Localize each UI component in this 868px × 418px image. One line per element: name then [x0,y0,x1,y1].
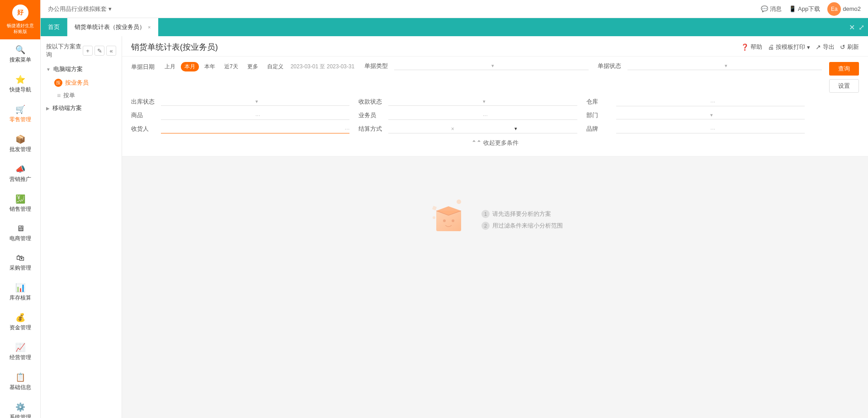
sidebar-item-ecom[interactable]: 🖥 电商管理 [0,218,41,248]
out-status-select[interactable]: ▾ [161,98,349,106]
doc-type-arrow: ▾ [491,63,588,69]
message-button[interactable]: 💬 消息 [761,5,782,13]
tip-1-text: 请先选择要分析的方案 [492,210,551,218]
collapse-panel-button[interactable]: « [106,46,116,56]
svg-point-8 [452,219,454,222]
date-btn-7days[interactable]: 近7天 [221,62,242,71]
svg-rect-6 [432,206,437,210]
salesman-input[interactable]: ··· [388,111,577,120]
home-label: 首页 [48,23,60,31]
date-btn-custom[interactable]: 自定义 [264,62,287,71]
bag-icon: 🛍 [2,253,38,263]
date-filter-buttons: 上月 本月 本年 近7天 更多 自定义 2023-03-01 至 2023-03… [161,62,355,71]
empty-tips: 1 请先选择要分析的方案 2 用过滤条件来缩小分析范围 [481,210,563,230]
refresh-button[interactable]: ↺ 刷新 [840,43,859,51]
app-download-button[interactable]: 📱 App下载 [789,5,820,13]
tree-group-desktop-header[interactable]: ▼ 电脑端方案 [41,62,122,76]
tree-group-mobile: ▶ 移动端方案 [41,101,122,115]
sidebar-item-sales[interactable]: 💹 销售管理 [0,189,41,218]
app-selector-button[interactable]: 办公用品行业模拟账套 ▾ [48,5,112,13]
sidebar-item-basic[interactable]: 📋 基础信息 [0,367,41,397]
payment-method-label: 结算方式 [359,125,386,133]
sidebar-item-system[interactable]: ⚙️ 系统管理 [0,397,41,418]
payment-status-label: 收款状态 [359,98,386,106]
tree-group-desktop: ▼ 电脑端方案 按 按业务员 ≡ 按单 [41,62,122,101]
sidebar-item-purchase[interactable]: 🛍 采购管理 [0,248,41,277]
avatar: Ea [827,2,841,16]
lp-actions: + ✎ « [83,46,116,56]
tree-group-mobile-label: 移动端方案 [52,104,82,112]
product-label: 商品 [131,111,158,119]
main-area: 办公用品行业模拟账套 ▾ 💬 消息 📱 App下载 Ea demo2 首页 [41,0,868,418]
window-close-icon[interactable]: ✕ [849,23,855,32]
query-button[interactable]: 查询 [829,62,859,76]
doc-type-select[interactable]: ▾ [394,62,589,70]
tree-child-by-salesman[interactable]: 按 按业务员 [41,76,122,90]
product-input[interactable]: ··· [161,111,349,120]
logo-icon: 好 [12,5,28,21]
brand-dots-icon[interactable]: ··· [710,125,804,132]
date-field-label: 单据日期 [131,63,158,71]
date-btn-this-month[interactable]: 本月 [181,62,199,71]
sidebar-item-operation[interactable]: 📈 经营管理 [0,337,41,367]
svg-point-7 [443,219,446,222]
sidebar-item-marketing[interactable]: 📣 营销推广 [0,159,41,189]
left-panel: 按以下方案查询 + ✎ « ▼ 电脑端方案 按 按业务员 [41,36,122,418]
star-icon: ⭐ [2,75,38,85]
tab-home[interactable]: 首页 [41,18,67,36]
payment-method-select[interactable]: × ▾ [388,125,577,133]
export-button[interactable]: ↗ 导出 [816,43,835,51]
doc-type-label: 单据类型 [364,62,392,70]
export-icon: ↗ [816,43,821,51]
payment-status-field: 收款状态 ▾ [349,98,577,106]
page-header: 销货单统计表(按业务员) ❓ 帮助 🖨 按模板打印 ▾ ↗ 导出 [122,36,868,57]
sidebar-item-finance[interactable]: 💰 资金管理 [0,307,41,337]
dept-label: 部门 [586,111,613,119]
app-name-label: 办公用品行业模拟账套 [48,5,107,13]
brand-label: 品牌 [586,125,613,133]
doc-status-select[interactable]: ▾ [627,62,822,70]
sidebar-app-name: 畅捷通好生意 [7,23,34,28]
sidebar-item-retail[interactable]: 🛒 零售管理 [0,99,41,129]
tree-group-mobile-header[interactable]: ▶ 移动端方案 [41,101,122,115]
payment-method-arrow: ▾ [514,126,576,132]
edit-scheme-button[interactable]: ✎ [94,46,104,56]
dept-arrow: ▾ [710,112,804,118]
salesman-dots-icon[interactable]: ··· [483,112,576,119]
date-btn-this-year[interactable]: 本年 [201,62,219,71]
empty-body: 1 请先选择要分析的方案 2 用过滤条件来缩小分析范围 [427,193,563,247]
warehouse-dots-icon[interactable]: ··· [710,98,804,105]
date-btn-more[interactable]: 更多 [244,62,262,71]
collapse-more-button[interactable]: ⌃⌃ 收起更多条件 [131,135,859,151]
print-button[interactable]: 🖨 按模板打印 ▾ [768,43,810,51]
sidebar-item-wholesale[interactable]: 📦 批发管理 [0,129,41,159]
receiver-input[interactable] [161,124,344,133]
tab-active[interactable]: 销货单统计表（按业务员） × [67,18,158,36]
payment-status-select[interactable]: ▾ [388,98,577,106]
dept-field: 部门 ▾ [577,111,805,119]
add-scheme-button[interactable]: + [83,46,93,56]
sidebar-item-quick[interactable]: ⭐ 快捷导航 [0,69,41,99]
dept-select[interactable]: ▾ [616,111,805,119]
user-profile-button[interactable]: Ea demo2 [827,2,861,16]
receiver-input-wrap[interactable]: ··· [161,124,349,133]
warehouse-input[interactable]: ··· [616,97,805,106]
date-btn-last-month[interactable]: 上月 [161,62,179,71]
product-dots-icon[interactable]: ··· [255,112,349,119]
window-restore-icon[interactable]: ⤢ [859,23,864,32]
payment-method-field: 结算方式 × ▾ [349,125,577,133]
tab-close-icon[interactable]: × [148,24,151,30]
chart-icon: 💹 [2,194,38,204]
payment-method-clear-icon[interactable]: × [451,126,513,132]
tree-sub-by-order[interactable]: ≡ 按单 [41,90,122,101]
sidebar-item-stock[interactable]: 📊 库存核算 [0,277,41,307]
receiver-dots-icon[interactable]: ··· [344,125,349,132]
sidebar-item-search[interactable]: 🔍 搜索菜单 [0,39,41,69]
query-scheme-label: 按以下方案查询 [46,43,83,59]
settings-button[interactable]: 设置 [829,79,859,93]
clipboard-icon: 📋 [2,372,38,382]
brand-input[interactable]: ··· [616,124,805,133]
salesman-field: 业务员 ··· [349,111,577,120]
help-button[interactable]: ❓ 帮助 [741,43,762,51]
query-buttons-area: 查询 设置 [829,62,859,93]
